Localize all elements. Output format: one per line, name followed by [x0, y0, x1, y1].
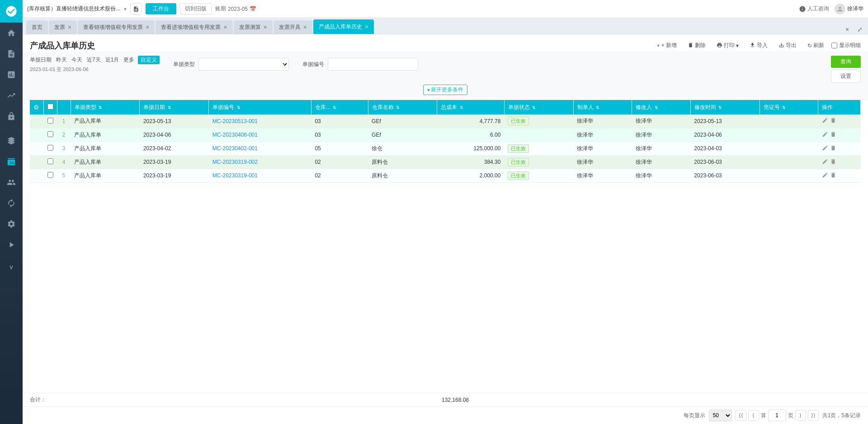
th-warehouse-name-sort[interactable]: ⇅ — [396, 105, 400, 110]
th-doc-status-sort[interactable]: ⇅ — [532, 105, 536, 110]
row-checkbox[interactable] — [47, 172, 53, 178]
tab-home[interactable]: 首页 — [26, 20, 48, 34]
row-edit-icon[interactable] — [822, 172, 828, 180]
print-dropdown-icon[interactable]: ▾ — [736, 43, 739, 49]
date-btn-more[interactable]: 更多 — [123, 56, 135, 64]
select-all-checkbox[interactable] — [47, 104, 53, 110]
window-close-btn[interactable]: × — [843, 25, 852, 34]
page-size-select[interactable]: 50 100 200 — [709, 410, 732, 421]
expand-filter-button[interactable]: ▾ 展开更多条件 — [423, 85, 467, 95]
sidebar-item-analytics[interactable] — [0, 85, 23, 106]
date-btn-7days[interactable]: 近7天 — [86, 56, 102, 64]
sidebar-item-version[interactable]: V — [0, 257, 23, 278]
tab-view-purchase-vat-close[interactable]: × — [223, 24, 227, 30]
sidebar-item-refresh[interactable] — [0, 193, 23, 214]
row-delete-icon[interactable] — [830, 131, 836, 139]
show-detail-checkbox[interactable] — [831, 43, 837, 48]
sidebar-item-chart[interactable] — [0, 64, 23, 85]
next-page-btn[interactable]: ⟩ — [795, 410, 806, 421]
tab-product-instock-history-close[interactable]: × — [365, 24, 368, 30]
th-doc-type[interactable]: 单据类型 ⇅ — [71, 100, 140, 114]
date-btn-today[interactable]: 今天 — [71, 56, 83, 64]
tab-product-instock-history[interactable]: 产成品入库单历史 × — [313, 19, 374, 34]
row-delete-icon[interactable] — [830, 117, 836, 125]
th-total-cost[interactable]: 总成本 ⇅ — [437, 100, 504, 114]
tab-view-sales-vat[interactable]: 查看销项增值税专用发票 × — [78, 20, 155, 34]
doc-type-select[interactable] — [198, 58, 289, 71]
th-warehouse-code[interactable]: 仓库... ⇅ — [311, 100, 368, 114]
th-modify-time-sort[interactable]: ⇅ — [718, 105, 722, 110]
sidebar-item-settings[interactable] — [0, 214, 23, 234]
th-doc-status[interactable]: 单据状态 ⇅ — [504, 100, 573, 114]
new-button[interactable]: + + 新增 — [653, 40, 680, 51]
date-btn-yesterday[interactable]: 昨天 — [55, 56, 68, 64]
page-number-input[interactable] — [768, 410, 786, 421]
prev-page-btn[interactable]: ⟨ — [748, 410, 759, 421]
tab-view-sales-vat-close[interactable]: × — [146, 24, 149, 30]
th-doc-number[interactable]: 单据编号 ⇅ — [209, 100, 311, 114]
th-warehouse-code-sort[interactable]: ⇅ — [333, 105, 336, 110]
doc-number-link[interactable]: MC-20230319-001 — [212, 172, 258, 179]
row-edit-icon[interactable] — [822, 145, 828, 152]
doc-number-link[interactable]: MC-20230513-001 — [212, 118, 258, 124]
row-edit-icon[interactable] — [822, 117, 828, 125]
th-warehouse-name[interactable]: 仓库名称 ⇅ — [368, 100, 437, 114]
settings-gear-icon[interactable]: ⚙ — [33, 104, 39, 111]
row-delete-icon[interactable] — [830, 172, 836, 180]
tab-invoice-calc[interactable]: 发票测算 × — [234, 20, 273, 34]
th-doc-date[interactable]: 单据日期 ⇅ — [140, 100, 209, 114]
row-checkbox[interactable] — [47, 131, 53, 137]
th-modifier[interactable]: 修改人 ⇅ — [632, 100, 691, 114]
doc-number-link[interactable]: MC-20230402-001 — [212, 145, 258, 152]
tab-invoice-open[interactable]: 发票开具 × — [274, 20, 312, 34]
th-creator[interactable]: 制单人 ⇅ — [573, 100, 632, 114]
sidebar-item-play[interactable] — [0, 234, 23, 255]
th-voucher[interactable]: 凭证号 ⇅ — [760, 100, 818, 114]
first-page-btn[interactable]: ⟨⟨ — [736, 410, 746, 421]
date-btn-custom[interactable]: 自定义 — [138, 56, 160, 64]
doc-number-link[interactable]: MC-20230319-002 — [212, 159, 258, 165]
print-button[interactable]: 打印 ▾ — [713, 40, 742, 51]
sidebar-item-lock[interactable] — [0, 106, 23, 127]
th-creator-sort[interactable]: ⇅ — [596, 105, 599, 110]
sidebar-item-stack[interactable] — [0, 130, 23, 151]
tab-invoice-open-close[interactable]: × — [303, 24, 307, 30]
query-button[interactable]: 查询 — [831, 56, 861, 68]
doc-number-link[interactable]: MC-20230406-001 — [212, 132, 258, 138]
th-modifier-sort[interactable]: ⇅ — [655, 105, 658, 110]
show-detail-checkbox-wrapper[interactable]: 显示明细 — [831, 42, 861, 49]
import-button[interactable]: 导入 — [746, 40, 771, 51]
row-edit-icon[interactable] — [822, 131, 828, 139]
workbench-button[interactable]: 工作台 — [146, 3, 176, 14]
th-doc-number-sort[interactable]: ⇅ — [237, 105, 241, 110]
row-checkbox[interactable] — [47, 118, 53, 124]
row-edit-icon[interactable] — [822, 158, 828, 166]
switch-version-button[interactable]: 切到旧版 — [180, 3, 212, 14]
th-voucher-sort[interactable]: ⇅ — [782, 105, 786, 110]
doc-number-input[interactable] — [328, 58, 418, 71]
th-modify-time[interactable]: 修改时间 ⇅ — [690, 100, 760, 114]
calendar-icon[interactable]: 📅 — [250, 6, 256, 12]
sidebar-item-home[interactable] — [0, 23, 23, 43]
date-btn-1month[interactable]: 近1月 — [104, 56, 120, 64]
th-total-cost-sort[interactable]: ⇅ — [460, 105, 463, 110]
tab-invoice[interactable]: 发票 × — [49, 20, 77, 34]
setting-button[interactable]: 设置 — [831, 70, 861, 83]
export-button[interactable]: 导出 — [775, 40, 800, 51]
doc-icon[interactable] — [130, 3, 142, 15]
tab-invoice-close[interactable]: × — [68, 24, 71, 30]
row-delete-icon[interactable] — [830, 145, 836, 152]
tab-invoice-calc-close[interactable]: × — [264, 24, 267, 30]
row-delete-icon[interactable] — [830, 158, 836, 166]
row-checkbox[interactable] — [47, 158, 53, 164]
sidebar-item-users[interactable] — [0, 172, 23, 193]
last-page-btn[interactable]: ⟩⟩ — [808, 410, 819, 421]
th-doc-type-sort[interactable]: ⇅ — [99, 105, 102, 110]
sidebar-item-warehouse[interactable] — [0, 151, 23, 172]
tab-view-purchase-vat[interactable]: 查看进项增值税专用发票 × — [156, 20, 232, 34]
window-maximize-btn[interactable]: ⤢ — [855, 25, 864, 34]
sidebar-item-docs[interactable] — [0, 43, 23, 64]
user-service[interactable]: 人工咨询 — [799, 5, 829, 13]
delete-button[interactable]: 删除 — [684, 40, 709, 51]
user-name[interactable]: 徐泽华 — [835, 4, 863, 14]
